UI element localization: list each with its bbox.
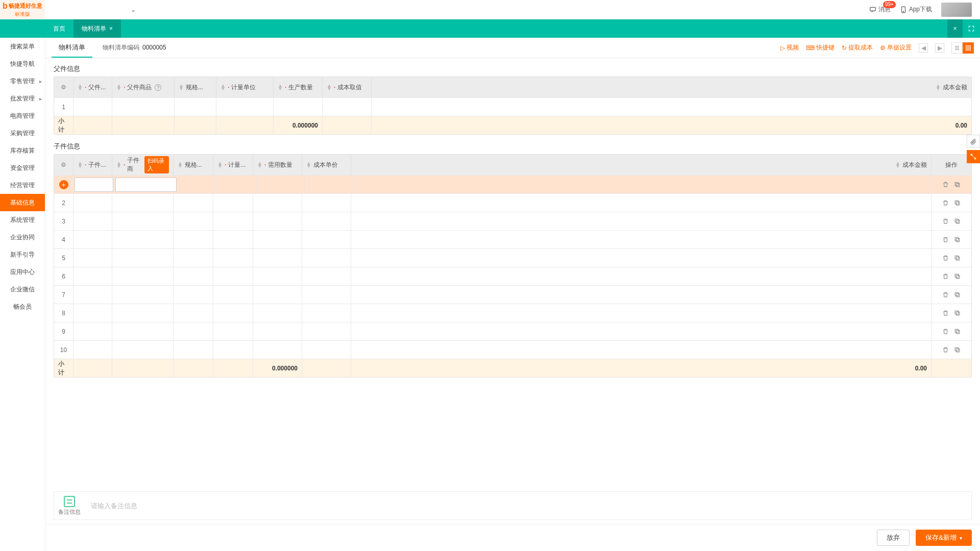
fullscreen-icon[interactable] <box>963 19 980 38</box>
add-row-button[interactable]: + <box>59 180 68 189</box>
sidebar-item-wholesale[interactable]: 批发管理▸ <box>0 90 45 107</box>
subtab-row: 物料清单 物料清单编码0000005 ▷视频 ⌨快捷键 ↻提取成本 ⚙单据设置 … <box>45 38 980 58</box>
sidebar-item-search[interactable]: 搜索菜单 <box>0 38 45 55</box>
copy-icon[interactable] <box>954 346 961 353</box>
child-col-code[interactable]: ▲▼·子件... <box>74 155 112 175</box>
subtab-bom[interactable]: 物料清单 <box>52 38 92 58</box>
svg-rect-29 <box>955 347 959 351</box>
pager-prev[interactable]: ◀ <box>919 43 928 53</box>
sidebar-item-ecom[interactable]: 电商管理 <box>0 107 45 124</box>
sidebar-item-collab[interactable]: 企业协同 <box>0 229 45 246</box>
copy-icon[interactable] <box>954 181 961 188</box>
sidebar-item-inventory[interactable]: 库存核算 <box>0 142 45 159</box>
sidebar-item-appcenter[interactable]: 应用中心 <box>0 263 45 281</box>
tab-close-button[interactable]: × <box>947 19 963 38</box>
table-row[interactable]: 1 <box>54 97 971 116</box>
float-expand-button[interactable] <box>967 150 980 163</box>
table-row[interactable]: + <box>54 175 971 193</box>
remark-input[interactable] <box>85 492 971 519</box>
float-attach-button[interactable] <box>967 135 980 148</box>
table-row[interactable]: 4 <box>54 230 971 248</box>
tool-hotkey[interactable]: ⌨快捷键 <box>806 43 835 52</box>
parent-col-product[interactable]: ▲▼·父件商品? <box>112 77 175 97</box>
copy-icon[interactable] <box>954 255 961 261</box>
table-row[interactable]: 8 <box>54 304 971 322</box>
sidebar-item-biz[interactable]: 经营管理 <box>0 177 45 194</box>
tab-home[interactable]: 首页 <box>45 19 74 38</box>
table-row[interactable]: 5 <box>54 248 971 267</box>
child-gear-col[interactable]: ⚙ <box>54 155 74 175</box>
close-icon[interactable]: × <box>109 25 113 32</box>
tool-extract-cost[interactable]: ↻提取成本 <box>842 43 873 52</box>
copy-icon[interactable] <box>954 273 961 280</box>
sidebar-item-purchase[interactable]: 采购管理 <box>0 124 45 142</box>
view-detail-button[interactable] <box>963 42 974 54</box>
row-ops <box>932 286 971 304</box>
child-col-unitcost[interactable]: ▲▼成本单价 <box>302 155 351 175</box>
chevron-right-icon: ▸ <box>39 79 42 84</box>
table-row[interactable]: 9 <box>54 322 971 340</box>
sidebar-item-wecom[interactable]: 企业微信 <box>0 281 45 298</box>
row-ops <box>932 249 971 267</box>
table-row[interactable]: 2 <box>54 193 971 212</box>
child-col-product[interactable]: ▲▼·子件商扫码录入 <box>112 155 174 175</box>
scan-input-button[interactable]: 扫码录入 <box>144 156 169 173</box>
delete-icon[interactable] <box>942 199 949 206</box>
delete-icon[interactable] <box>942 291 949 298</box>
avatar[interactable] <box>941 3 972 17</box>
play-icon: ▷ <box>780 44 785 52</box>
child-table: ⚙ ▲▼·子件... ▲▼·子件商扫码录入 ▲▼规格... ▲▼·计量... ▲… <box>54 154 972 378</box>
sidebar-item-retail[interactable]: 零售管理▸ <box>0 72 45 90</box>
copy-icon[interactable] <box>954 218 961 224</box>
sidebar-item-member[interactable]: 畅会员 <box>0 298 45 315</box>
child-col-unit[interactable]: ▲▼·计量... <box>213 155 253 175</box>
main: 物料清单 物料清单编码0000005 ▷视频 ⌨快捷键 ↻提取成本 ⚙单据设置 … <box>45 38 980 551</box>
table-row[interactable]: 3 <box>54 212 971 230</box>
copy-icon[interactable] <box>954 199 961 206</box>
parent-col-code[interactable]: ▲▼·父件... <box>74 77 112 97</box>
delete-icon[interactable] <box>942 236 949 243</box>
tool-video[interactable]: ▷视频 <box>780 43 799 52</box>
child-col-spec[interactable]: ▲▼规格... <box>174 155 213 175</box>
copy-icon[interactable] <box>954 310 961 316</box>
delete-icon[interactable] <box>942 181 949 188</box>
child-col-amount[interactable]: ▲▼成本金额 <box>351 155 932 175</box>
app-download-button[interactable]: App下载 <box>900 5 932 14</box>
parent-col-qty[interactable]: ▲▼·生产数量 <box>274 77 323 97</box>
messages-button[interactable]: 消息 99+ <box>869 5 891 14</box>
parent-col-costsource[interactable]: ▲▼·成本取值 <box>323 77 372 97</box>
help-icon[interactable]: ? <box>155 84 161 91</box>
pager-next[interactable]: ▶ <box>935 43 944 53</box>
copy-icon[interactable] <box>954 291 961 298</box>
delete-icon[interactable] <box>942 218 949 224</box>
view-list-button[interactable] <box>951 42 963 54</box>
sidebar-item-base[interactable]: 基础信息 <box>0 194 45 211</box>
sidebar-item-quicknav[interactable]: 快捷导航 <box>0 55 45 72</box>
parent-col-spec[interactable]: ▲▼规格... <box>175 77 216 97</box>
delete-icon[interactable] <box>942 328 949 335</box>
discard-button[interactable]: 放弃 <box>877 530 910 546</box>
delete-icon[interactable] <box>942 255 949 261</box>
table-row[interactable]: 7 <box>54 285 971 304</box>
sidebar-item-guide[interactable]: 新手引导 <box>0 246 45 263</box>
remark-bar: 备注信息 <box>54 491 972 520</box>
delete-icon[interactable] <box>942 310 949 316</box>
parent-col-unit[interactable]: ▲▼·计量单位 <box>216 77 274 97</box>
tab-bom[interactable]: 物料清单× <box>74 19 121 38</box>
sidebar-item-fund[interactable]: 资金管理 <box>0 159 45 177</box>
sidebar-item-system[interactable]: 系统管理 <box>0 211 45 229</box>
child-col-qty[interactable]: ▲▼·需用数量 <box>253 155 302 175</box>
table-row[interactable]: 10 <box>54 340 971 359</box>
delete-icon[interactable] <box>942 273 949 280</box>
parent-col-amount[interactable]: ▲▼成本金额 <box>372 77 971 97</box>
doc-code: 物料清单编码0000005 <box>103 43 166 52</box>
save-new-button[interactable]: 保存&新增▾ <box>916 530 972 546</box>
table-row[interactable]: 6 <box>54 267 971 285</box>
parent-gear-col[interactable]: ⚙ <box>54 77 74 97</box>
copy-icon[interactable] <box>954 328 961 335</box>
company-dropdown[interactable]: ⌄ <box>55 5 136 14</box>
tool-doc-setting[interactable]: ⚙单据设置 <box>880 43 912 52</box>
row-ops <box>932 231 971 248</box>
copy-icon[interactable] <box>954 236 961 243</box>
delete-icon[interactable] <box>942 346 949 353</box>
